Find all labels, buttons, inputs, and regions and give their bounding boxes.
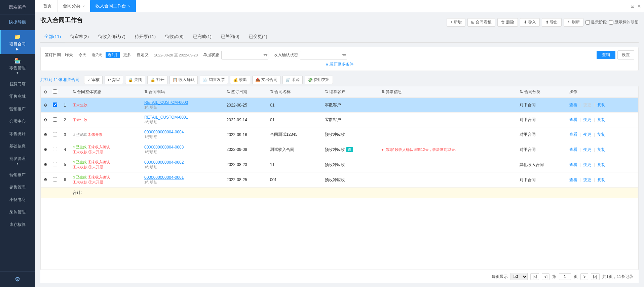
contract-code-link[interactable]: RETAIL_CUSTOM-0003 <box>144 100 188 105</box>
filter-tab-all[interactable]: 全部(11) <box>40 32 65 42</box>
sidebar-item-project[interactable]: 📁 项目合同 ▶ <box>0 30 35 54</box>
copy-link[interactable]: 复制 <box>597 162 605 167</box>
sidebar-item-inventory[interactable]: 库存核算 <box>0 218 35 231</box>
sidebar-item-retail-mgmt[interactable]: 🏪 零售管理 ▼ <box>0 54 35 78</box>
row-checkbox[interactable] <box>50 113 60 127</box>
contract-code-link[interactable]: 0000000000004-0003 <box>144 145 184 150</box>
tab-contract-category[interactable]: 合同分类 × <box>58 0 90 12</box>
delete-button[interactable]: 🗑 删除 <box>497 18 518 27</box>
row-settings[interactable]: ⚙ <box>41 127 50 142</box>
filter-tab-pending-payment[interactable]: 待收款(8) <box>161 32 188 42</box>
restore-icon[interactable]: ⊡ <box>631 3 635 9</box>
row-settings[interactable]: ⚙ <box>41 142 50 157</box>
select-all-checkbox[interactable] <box>53 89 57 94</box>
sales-invoice-button[interactable]: 🧾 销售发票 <box>200 76 228 84</box>
collect-button[interactable]: 💰 收款 <box>230 76 250 84</box>
filter-tab-pending-confirm[interactable]: 待收入确认(7) <box>94 32 129 42</box>
change-link[interactable]: 变更 <box>583 177 591 182</box>
expense-out-button[interactable]: 📤 支出合同 <box>252 76 280 84</box>
abandon-button[interactable]: ↩ 弃审 <box>105 76 123 84</box>
change-link[interactable]: 变更 <box>583 147 591 152</box>
filter-tab-pending-review[interactable]: 待审核(2) <box>66 32 93 42</box>
new-button[interactable]: + 新增 <box>447 18 465 27</box>
tab-income-workbench[interactable]: 收入合同工作台 × <box>90 0 136 12</box>
contract-code-link[interactable]: 0000000000004-0002 <box>144 160 184 165</box>
sidebar-item-purchase[interactable]: 采购管理 <box>0 206 35 218</box>
set-button[interactable]: 设置 <box>617 50 634 59</box>
expand-more-button[interactable]: ∨ 展开更多条件 <box>326 62 353 67</box>
page-input[interactable] <box>559 273 571 280</box>
purchase-button[interactable]: 🛒 采购 <box>282 76 303 84</box>
first-page-button[interactable]: |◁ <box>530 273 539 280</box>
view-link[interactable]: 查看 <box>569 162 577 167</box>
sidebar-item-base-info[interactable]: 基础信息 <box>0 140 35 153</box>
settings-button[interactable]: ⚙ <box>0 271 35 287</box>
refresh-button[interactable]: ↻ 刷新 <box>564 18 583 27</box>
sidebar-item-wholesale[interactable]: 批发管理 ▼ <box>0 153 35 169</box>
show-phase-input[interactable] <box>585 20 590 25</box>
change-link[interactable]: 变更 <box>583 117 591 122</box>
sidebar-search[interactable]: 搜索菜单 <box>0 0 35 14</box>
sidebar-item-retail-stats[interactable]: 零售统计 <box>0 128 35 140</box>
row-settings[interactable]: ⚙ <box>41 157 50 172</box>
open-button[interactable]: 🔓 打开 <box>147 76 167 84</box>
review-button[interactable]: ✓ 审核 <box>84 76 103 84</box>
quick-nav-label[interactable]: 快捷导航 <box>0 17 35 27</box>
close-btn[interactable]: 🔒 关闭 <box>125 76 145 84</box>
kanban-button[interactable]: ⊞ 合同看板 <box>467 18 495 27</box>
prev-page-button[interactable]: ◁ <box>542 273 550 280</box>
view-link[interactable]: 查看 <box>569 177 577 182</box>
copy-link[interactable]: 复制 <box>597 177 605 182</box>
row-checkbox[interactable] <box>50 172 60 188</box>
view-link[interactable]: 查看 <box>569 132 577 137</box>
view-link[interactable]: 查看 <box>569 102 577 107</box>
date-btn-more[interactable]: 更多 <box>121 52 133 58</box>
show-detail-input[interactable] <box>609 20 613 25</box>
show-phase-checkbox[interactable]: 显示阶段 <box>585 19 607 25</box>
date-btn-1month[interactable]: 近1月 <box>106 52 120 58</box>
expense-pay-button[interactable]: 💸 费用支出 <box>305 76 333 84</box>
sidebar-item-sales[interactable]: 销售管理 <box>0 181 35 194</box>
copy-link[interactable]: 复制 <box>597 102 605 107</box>
row-checkbox[interactable] <box>50 127 60 142</box>
income-confirm-select[interactable] <box>300 51 347 59</box>
contract-code-link[interactable]: 0000000000004-0004 <box>144 130 184 134</box>
sidebar-item-retail-shop[interactable]: 零售商城 <box>0 90 35 103</box>
sidebar-item-marketing[interactable]: 营销推广 <box>0 103 35 115</box>
date-btn-yesterday[interactable]: 昨天 <box>63 52 75 58</box>
copy-link[interactable]: 复制 <box>597 147 605 152</box>
view-link[interactable]: 查看 <box>569 117 577 122</box>
query-button[interactable]: 查询 <box>597 51 615 59</box>
show-detail-checkbox[interactable]: 显示标的明细 <box>609 19 639 25</box>
th-settings[interactable]: ⚙ <box>41 86 50 98</box>
row-settings[interactable]: ⚙ <box>41 172 50 188</box>
sidebar-item-mkt-promo[interactable]: 营销推广 <box>0 169 35 181</box>
next-page-button[interactable]: ▷ <box>580 273 588 280</box>
filter-tab-pending-invoice[interactable]: 待开票(11) <box>131 32 160 42</box>
contract-code-link[interactable]: RETAIL_CUSTOM-0001 <box>144 115 188 120</box>
filter-tab-completed[interactable]: 已完成(1) <box>189 32 216 42</box>
row-settings[interactable]: ⚙ <box>41 98 50 113</box>
date-btn-custom[interactable]: 自定义 <box>135 52 151 58</box>
change-link[interactable]: 变更 <box>583 162 591 167</box>
import-button[interactable]: ⬇ 导入 <box>520 18 540 27</box>
view-link[interactable]: 查看 <box>569 147 577 152</box>
change-link[interactable]: 变更 <box>583 102 591 107</box>
change-link[interactable]: 变更 <box>583 132 591 137</box>
page-size-select[interactable]: 10 20 50 100 <box>510 273 528 280</box>
row-checkbox[interactable] <box>50 98 60 113</box>
filter-tab-changed[interactable]: 已变更(4) <box>245 32 271 42</box>
export-button[interactable]: ⬆ 导出 <box>542 18 562 27</box>
filter-tab-closed[interactable]: 已关闭(0) <box>217 32 243 42</box>
doc-status-select[interactable] <box>221 51 268 59</box>
income-confirm-btn[interactable]: 📋 收入确认 <box>169 76 198 84</box>
row-checkbox[interactable] <box>50 157 60 172</box>
row-checkbox[interactable] <box>50 142 60 157</box>
sidebar-item-xiaochang[interactable]: 小畅电商 <box>0 194 35 206</box>
copy-link[interactable]: 复制 <box>597 117 605 122</box>
row-settings[interactable]: ⚙ <box>41 113 50 127</box>
th-checkbox[interactable] <box>50 86 60 98</box>
sidebar-item-member[interactable]: 会员中心 <box>0 115 35 128</box>
copy-link[interactable]: 复制 <box>597 132 605 137</box>
close-window-icon[interactable]: ✕ <box>637 3 641 9</box>
